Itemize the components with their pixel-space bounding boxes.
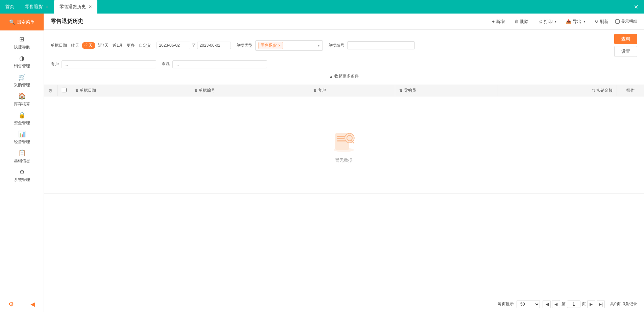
table-container: ⚙ ⇅ 单据日期 ⇅ 单据编号 ⇅ 客户 bbox=[44, 85, 644, 296]
search-icon: 🔍 bbox=[9, 19, 15, 25]
page-first-btn[interactable]: |◀ bbox=[543, 300, 551, 308]
date-btn-more[interactable]: 更多 bbox=[125, 42, 136, 49]
date-range-group: 昨天 今天 近7天 近1月 更多 自定义 bbox=[70, 42, 152, 49]
main-layout: 🔍 搜索菜单 ⊞ 快捷导航 ◑ 销售管理 🛒 采购管理 🏠 库存核算 🔒 bbox=[0, 14, 644, 312]
date-to-input[interactable] bbox=[197, 42, 231, 49]
customer-filter-input[interactable] bbox=[62, 60, 156, 68]
sidebar-item-sales-mgmt[interactable]: ◑ 销售管理 bbox=[0, 52, 44, 71]
sidebar-item-purchase-mgmt-label: 采购管理 bbox=[14, 82, 30, 88]
type-select-arrow: ▾ bbox=[318, 43, 320, 48]
sidebar-item-sys-mgmt[interactable]: ⚙ 系统管理 bbox=[0, 166, 44, 185]
refresh-button[interactable]: ↻ 刷新 bbox=[592, 17, 611, 26]
svg-point-5 bbox=[345, 133, 354, 143]
delete-button[interactable]: 🗑 删除 bbox=[511, 17, 531, 26]
goods-filter-field: 商品 bbox=[162, 60, 267, 68]
sidebar-item-basic-info[interactable]: 📋 基础信息 bbox=[0, 147, 44, 166]
number-filter-input[interactable] bbox=[347, 41, 415, 49]
page-last-btn[interactable]: ▶| bbox=[597, 300, 605, 308]
date-btn-today[interactable]: 今天 bbox=[82, 42, 95, 49]
print-button[interactable]: 🖨 打印 bbox=[535, 17, 559, 26]
settings-foot-icon[interactable]: ⚙ bbox=[8, 300, 14, 308]
select-all-checkbox[interactable] bbox=[62, 88, 67, 92]
date-btn-1month[interactable]: 近1月 bbox=[111, 42, 124, 49]
sidebar-search[interactable]: 🔍 搜索菜单 bbox=[0, 14, 44, 30]
export-button[interactable]: 📤 导出 bbox=[563, 17, 588, 26]
svg-rect-4 bbox=[337, 140, 346, 141]
customer-filter-label: 客户 bbox=[51, 62, 59, 67]
type-filter-field: 单据类型 零售退货 ✕ ▾ bbox=[236, 40, 323, 51]
table-setting-icon[interactable]: ⚙ bbox=[48, 88, 53, 93]
window-close-button[interactable]: ✕ bbox=[628, 0, 644, 14]
empty-text: 暂无数据 bbox=[335, 157, 353, 163]
inventory-icon: 🏠 bbox=[18, 92, 26, 100]
sidebar-item-basic-info-label: 基础信息 bbox=[14, 158, 30, 164]
operations-icon: 📊 bbox=[18, 130, 26, 138]
th-action-label: 操作 bbox=[626, 88, 635, 93]
quick-nav-icon: ⊞ bbox=[19, 36, 24, 43]
sys-mgmt-icon: ⚙ bbox=[19, 168, 25, 176]
basic-info-icon: 📋 bbox=[18, 149, 26, 157]
new-icon: + bbox=[492, 19, 495, 24]
page-next-btn[interactable]: ▶ bbox=[587, 300, 595, 308]
date-btn-custom[interactable]: 自定义 bbox=[138, 42, 152, 49]
type-filter-label: 单据类型 bbox=[236, 43, 253, 48]
table-header-row: ⚙ ⇅ 单据日期 ⇅ 单据编号 ⇅ 客户 bbox=[44, 85, 644, 96]
th-guide-label: ⇅ 导购员 bbox=[399, 88, 416, 93]
type-tag-close[interactable]: ✕ bbox=[278, 44, 281, 47]
sidebar-item-finance[interactable]: 🔒 资金管理 bbox=[0, 109, 44, 128]
customer-filter-field: 客户 bbox=[51, 60, 156, 68]
number-filter-field: 单据编号 bbox=[328, 41, 415, 49]
tab-retail-return-close[interactable]: ✕ bbox=[45, 4, 49, 9]
per-page-label: 每页显示 bbox=[498, 301, 514, 307]
date-from-input[interactable] bbox=[157, 42, 190, 49]
tab-retail-return[interactable]: 零售退货 ✕ bbox=[20, 0, 54, 14]
sidebar-item-sales-mgmt-label: 销售管理 bbox=[14, 63, 30, 69]
page-title: 零售退货历史 bbox=[51, 18, 489, 25]
empty-state: 暂无数据 bbox=[48, 99, 640, 191]
page-prev-btn[interactable]: ◀ bbox=[552, 300, 560, 308]
table-body: 暂无数据 bbox=[44, 96, 644, 194]
date-sep: 至 bbox=[192, 43, 196, 48]
th-customer-label: ⇅ 客户 bbox=[313, 88, 326, 93]
sidebar-item-inventory[interactable]: 🏠 库存核算 bbox=[0, 90, 44, 109]
collapse-label: 收起更多条件 bbox=[334, 73, 359, 79]
date-btn-7days[interactable]: 近7天 bbox=[97, 42, 110, 49]
display-toggle[interactable]: 显示明细 bbox=[615, 19, 637, 24]
empty-illustration bbox=[330, 126, 357, 153]
th-customer: ⇅ 客户 bbox=[309, 85, 395, 96]
tab-retail-return-history[interactable]: 零售退货历史 ✕ bbox=[54, 0, 97, 14]
collapse-foot-icon[interactable]: ◀ bbox=[30, 300, 35, 308]
top-bar: 首页 零售退货 ✕ 零售退货历史 ✕ ✕ bbox=[0, 0, 644, 14]
number-filter-label: 单据编号 bbox=[328, 43, 344, 48]
sidebar-item-inventory-label: 库存核算 bbox=[14, 101, 30, 107]
sidebar-item-operations-label: 经营管理 bbox=[14, 139, 30, 145]
svg-rect-3 bbox=[337, 138, 344, 139]
collapse-bar[interactable]: ▲ 收起更多条件 bbox=[51, 72, 637, 81]
new-label: 新增 bbox=[496, 19, 505, 25]
filter-row-1: 单据日期 昨天 今天 近7天 近1月 更多 自定义 至 bbox=[51, 34, 637, 57]
tab-retail-return-history-close[interactable]: ✕ bbox=[89, 4, 92, 9]
page-number-input[interactable] bbox=[567, 300, 580, 308]
print-label: 打印 bbox=[544, 19, 553, 25]
query-button[interactable]: 查询 bbox=[614, 34, 637, 44]
sidebar: 🔍 搜索菜单 ⊞ 快捷导航 ◑ 销售管理 🛒 采购管理 🏠 库存核算 🔒 bbox=[0, 14, 44, 312]
date-btn-yesterday[interactable]: 昨天 bbox=[70, 42, 80, 49]
sidebar-item-purchase-mgmt[interactable]: 🛒 采购管理 bbox=[0, 71, 44, 90]
display-toggle-label: 显示明细 bbox=[621, 19, 637, 24]
sales-mgmt-icon: ◑ bbox=[19, 54, 25, 62]
goods-filter-input[interactable] bbox=[172, 60, 267, 68]
sidebar-item-quick-nav[interactable]: ⊞ 快捷导航 bbox=[0, 33, 44, 52]
sidebar-item-finance-label: 资金管理 bbox=[14, 120, 30, 126]
data-table: ⚙ ⇅ 单据日期 ⇅ 单据编号 ⇅ 客户 bbox=[44, 85, 644, 194]
type-select[interactable]: 零售退货 ✕ ▾ bbox=[255, 40, 323, 51]
sidebar-search-label: 搜索菜单 bbox=[17, 19, 34, 25]
per-page-select[interactable]: 50 100 200 bbox=[517, 300, 540, 308]
new-button[interactable]: + 新增 bbox=[489, 17, 507, 26]
page-word: 第 bbox=[562, 301, 566, 307]
settings-button[interactable]: 设置 bbox=[614, 46, 637, 57]
display-toggle-checkbox[interactable] bbox=[615, 19, 620, 24]
content-area: 零售退货历史 + 新增 🗑 删除 🖨 打印 📤 导出 bbox=[44, 14, 644, 312]
th-setting: ⚙ bbox=[44, 85, 57, 96]
tab-home[interactable]: 首页 bbox=[0, 0, 20, 14]
sidebar-item-operations[interactable]: 📊 经营管理 bbox=[0, 128, 44, 147]
